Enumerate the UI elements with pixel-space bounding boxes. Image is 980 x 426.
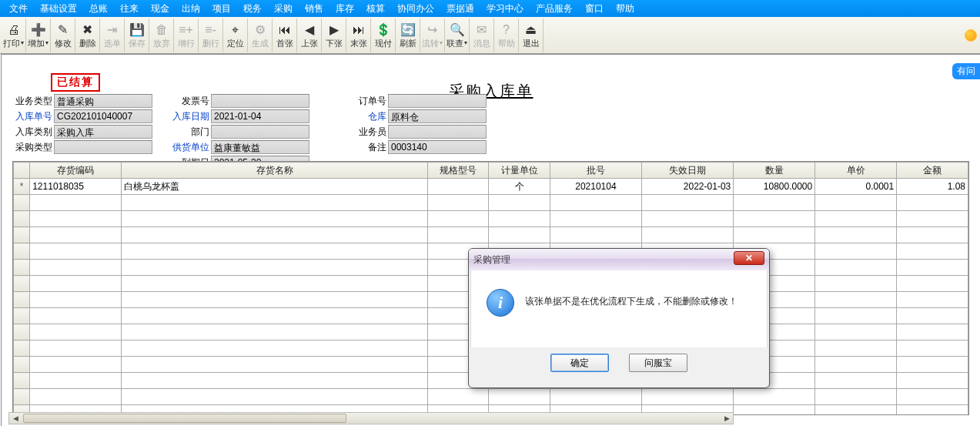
menu-0[interactable]: 文件 [3, 1, 34, 17]
print-button-icon: 🖨 [8, 22, 20, 38]
label-pur_type: 采购类型 [14, 141, 54, 154]
dialog-title-text: 采购管理 [473, 253, 510, 267]
horizontal-scrollbar[interactable]: ◀ ▶ [8, 412, 734, 424]
toolbar: 🖨打印▾➕增加▾✎修改✖删除⇥选单💾保存🗑放弃≡+增行≡-删行⌖定位⚙生成⏮首张… [0, 17, 980, 54]
menu-17[interactable]: 帮助 [610, 1, 641, 17]
refresh-button-icon: 🔄 [400, 22, 416, 38]
label-wh: 仓库 [348, 110, 388, 123]
label-remark: 备注 [348, 141, 388, 154]
field-clerk[interactable] [388, 125, 487, 139]
flow-button-icon: ↪ [427, 22, 437, 38]
next-button[interactable]: ▶下张 [322, 18, 346, 52]
menu-14[interactable]: 学习中心 [480, 1, 530, 17]
field-biz_type[interactable]: 普通采购 [54, 94, 152, 108]
scroll-left-icon[interactable]: ◀ [9, 413, 22, 424]
first-button-icon: ⏮ [279, 22, 291, 38]
locate-button-icon: ⌖ [232, 22, 239, 38]
edit-button[interactable]: ✎修改 [51, 18, 75, 52]
help-button: ?帮助 [494, 18, 519, 52]
dialog-close-button[interactable]: ✕ [734, 251, 764, 265]
info-icon: i [487, 289, 514, 317]
message-button-icon: ✉ [477, 22, 487, 38]
menu-1[interactable]: 基础设置 [34, 1, 83, 17]
col-header-3[interactable]: 规格型号 [427, 163, 488, 179]
menu-2[interactable]: 总账 [83, 1, 114, 17]
dialog-titlebar[interactable]: 采购管理 ✕ [469, 249, 769, 270]
col-header-6[interactable]: 失效日期 [642, 163, 734, 179]
menu-11[interactable]: 核算 [360, 1, 391, 17]
table-row[interactable]: *1211018035白桃乌龙杯盖个202101042022-01-031080… [14, 179, 968, 195]
last-button-icon: ⏭ [353, 22, 365, 38]
col-header-4[interactable]: 计量单位 [489, 163, 550, 179]
table-row[interactable] [14, 211, 968, 227]
col-header-1[interactable]: 存货编码 [30, 163, 122, 179]
field-dept[interactable] [211, 125, 309, 139]
pay-now-button-icon: 💲 [376, 22, 391, 38]
scrollbar-thumb[interactable] [23, 414, 346, 423]
scroll-right-icon[interactable]: ▶ [721, 413, 733, 424]
pay-now-button[interactable]: 💲现付 [371, 18, 396, 52]
menu-5[interactable]: 出纳 [176, 1, 206, 17]
document-header: 已结算 采购入库单 业务类型普通采购入库单号CG202101040007入库类别… [5, 58, 977, 158]
col-header-8[interactable]: 单价 [815, 163, 897, 179]
link-query-button-icon: 🔍 [450, 22, 465, 38]
generate-button-icon: ⚙ [255, 22, 266, 38]
select-order-button: ⇥选单 [100, 18, 125, 52]
exit-button[interactable]: ⏏退出 [519, 18, 544, 52]
del-row-button-icon: ≡- [205, 22, 216, 38]
save-button: 💾保存 [125, 18, 149, 52]
delete-button[interactable]: ✖删除 [75, 18, 100, 52]
label-in_cat: 入库类别 [14, 126, 54, 139]
label-order_no: 订单号 [348, 95, 388, 108]
last-button[interactable]: ⏭末张 [346, 18, 371, 52]
select-order-button-icon: ⇥ [107, 22, 117, 38]
save-button-icon: 💾 [129, 22, 145, 38]
form-fields: 业务类型普通采购入库单号CG202101040007入库类别采购入库采购类型发票… [14, 93, 968, 170]
col-header-0[interactable] [14, 163, 30, 179]
menu-9[interactable]: 销售 [299, 1, 329, 17]
dialog-ok-button[interactable]: 确定 [550, 354, 609, 372]
prev-button[interactable]: ◀上张 [297, 18, 322, 52]
add-button-icon: ➕ [31, 22, 46, 38]
menu-3[interactable]: 往来 [114, 1, 145, 17]
notification-dot-icon[interactable] [965, 29, 977, 42]
refresh-button[interactable]: 🔄刷新 [396, 18, 420, 52]
table-row[interactable] [14, 389, 968, 405]
menu-15[interactable]: 产品服务 [530, 1, 579, 17]
menu-8[interactable]: 采购 [268, 1, 299, 17]
field-in_no[interactable]: CG202101040007 [54, 109, 152, 123]
col-header-9[interactable]: 金额 [897, 163, 968, 179]
menu-4[interactable]: 现金 [145, 1, 176, 17]
flow-button: ↪流转▾ [420, 18, 445, 52]
field-inv_no[interactable] [211, 94, 309, 108]
label-dept: 部门 [171, 126, 211, 139]
first-button[interactable]: ⏮首张 [273, 18, 297, 52]
menu-16[interactable]: 窗口 [579, 1, 610, 17]
menu-6[interactable]: 项目 [206, 1, 237, 17]
generate-button: ⚙生成 [248, 18, 273, 52]
col-header-2[interactable]: 存货名称 [122, 163, 427, 179]
dialog-ask-button[interactable]: 问服宝 [629, 354, 687, 372]
message-button: ✉消息 [470, 18, 494, 52]
menu-13[interactable]: 票据通 [440, 1, 480, 17]
table-row[interactable] [14, 195, 968, 211]
field-supplier[interactable]: 益康董敏益 [211, 140, 309, 154]
field-wh[interactable]: 原料仓 [388, 109, 487, 123]
field-remark[interactable]: 0003140 [388, 140, 487, 154]
field-in_date[interactable]: 2021-01-04 [211, 109, 309, 123]
col-header-5[interactable]: 批号 [550, 163, 641, 179]
field-in_cat[interactable]: 采购入库 [54, 125, 152, 139]
menu-bar: 文件基础设置总账往来现金出纳项目税务采购销售库存核算协同办公票据通学习中心产品服… [0, 0, 980, 17]
field-pur_type[interactable] [54, 140, 152, 154]
col-header-7[interactable]: 数量 [734, 163, 815, 179]
menu-10[interactable]: 库存 [329, 1, 360, 17]
print-button[interactable]: 🖨打印▾ [2, 18, 26, 52]
field-order_no[interactable] [388, 94, 487, 108]
link-query-button[interactable]: 🔍联查▾ [445, 18, 470, 52]
table-row[interactable] [14, 227, 968, 243]
locate-button[interactable]: ⌖定位 [223, 18, 248, 52]
menu-12[interactable]: 协同办公 [391, 1, 440, 17]
exit-button-icon: ⏏ [525, 22, 537, 38]
menu-7[interactable]: 税务 [237, 1, 268, 17]
add-button[interactable]: ➕增加▾ [26, 18, 51, 52]
